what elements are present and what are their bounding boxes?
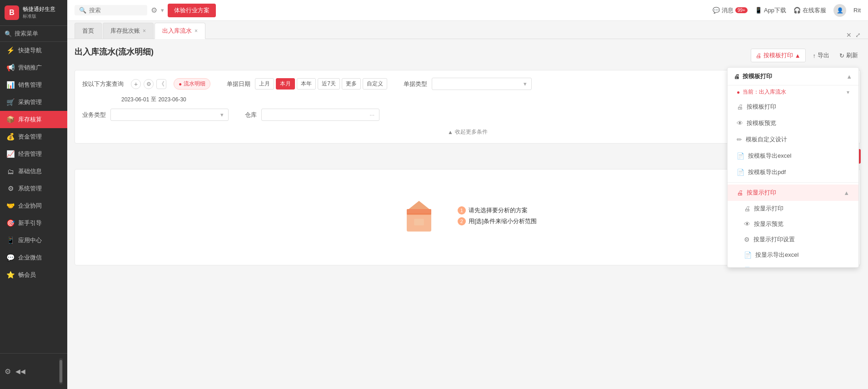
sidebar-search[interactable]: 🔍 搜索菜单	[0, 26, 67, 42]
sidebar-item-marketing[interactable]: 📢 营销推广	[0, 59, 67, 76]
dropdown-collapse-arrow[interactable]: ▲	[846, 73, 852, 80]
sidebar-item-member[interactable]: ⭐ 畅会员	[0, 266, 67, 284]
warehouse-input[interactable]: ···	[261, 109, 379, 121]
tab-home[interactable]: 首页	[75, 23, 102, 39]
doc-type-select[interactable]: ▾	[432, 78, 532, 90]
current-expand-arrow[interactable]: ▾	[847, 89, 849, 95]
tab-batch-account[interactable]: 库存批次账 ×	[103, 23, 154, 39]
display-pdf-label: 按显示导出pdf	[755, 266, 793, 267]
marketing-icon: 📢	[6, 64, 15, 72]
sidebar-header: B 畅捷通好生意 标准版	[0, 0, 67, 26]
export-label: 导出	[818, 51, 829, 60]
sidebar-search-label: 搜索菜单	[15, 30, 38, 38]
print-template-label: 按模板打印	[763, 51, 793, 60]
tab-bar: 首页 库存批次账 × 出入库流水 × ✕ ⤢	[67, 21, 868, 39]
dropdown-sub-display-excel[interactable]: 📄 按显示导出excel	[728, 247, 858, 263]
dropdown-item-template-excel[interactable]: 📄 按模板导出excel	[728, 148, 858, 164]
sidebar-item-operation[interactable]: 📈 经营管理	[0, 145, 67, 163]
tab-batch-account-close[interactable]: ×	[143, 28, 146, 34]
dropdown-item-template-preview[interactable]: 👁 按模板预览	[728, 115, 858, 131]
window-expand-button[interactable]: ⤢	[855, 31, 861, 39]
dropdown-item-display-section[interactable]: 🖨 按显示打印 ▲	[728, 185, 858, 201]
template-print-icon: 🖨	[737, 103, 743, 110]
settings-icon[interactable]: ⚙	[5, 367, 11, 376]
search-icon: 🔍	[5, 30, 12, 37]
sidebar-item-appstore[interactable]: 📱 应用中心	[0, 232, 67, 249]
date-btn-more[interactable]: 更多	[342, 78, 361, 90]
template-pdf-icon: 📄	[737, 169, 744, 176]
page-title: 出入库流水(流水明细)	[75, 46, 154, 57]
member-icon: ⭐	[6, 271, 15, 279]
date-to: 2023-06-30	[158, 96, 186, 103]
sidebar-item-purchase[interactable]: 🛒 采购管理	[0, 94, 67, 111]
topbar-search-box[interactable]: 🔍	[75, 5, 147, 15]
finance-icon: 💰	[6, 133, 15, 141]
sidebar-item-finance[interactable]: 💰 资金管理	[0, 128, 67, 145]
export-button[interactable]: ↑ 导出	[810, 50, 833, 61]
topbar-search-input[interactable]	[89, 7, 135, 14]
sidebar-item-label: 采购管理	[18, 98, 42, 106]
sidebar-item-wechat[interactable]: 💬 企业微信	[0, 249, 67, 266]
collapse-sidebar-icon[interactable]: ◀◀	[15, 368, 25, 375]
date-btn-custom[interactable]: 自定义	[363, 78, 387, 90]
username-label[interactable]: Rit	[853, 7, 861, 14]
display-preview-icon: 👁	[744, 220, 750, 228]
filter-add-button[interactable]: +	[131, 79, 141, 89]
template-print-label: 按模板打印	[747, 103, 776, 111]
topbar-right: 💬 消息 99+ 📱 App下载 🎧 在线客服 👤 Rit	[713, 4, 861, 17]
dropdown-item-template-print[interactable]: 🖨 按模板打印	[728, 99, 858, 115]
empty-steps: 1 请先选择要分析的方案 2 用[选]条件来缩小分析范围	[458, 206, 537, 228]
app-download-button[interactable]: 📱 App下载	[755, 6, 786, 15]
filter-collapse-button[interactable]: 《	[156, 79, 166, 89]
topbar-gear-icon[interactable]: ⚙	[151, 6, 157, 15]
topbar-dropdown-icon[interactable]: ▾	[161, 7, 164, 14]
app-icon: 📱	[755, 7, 762, 14]
user-avatar[interactable]: 👤	[833, 4, 846, 17]
sidebar-item-inventory[interactable]: 📦 库存核算	[0, 111, 67, 128]
window-close-button[interactable]: ✕	[846, 31, 852, 39]
app-subtitle: 标准版	[23, 13, 55, 20]
dropdown-sub-display-preview[interactable]: 👁 按显示预览	[728, 216, 858, 232]
sidebar-item-label: 企业微信	[18, 254, 42, 262]
sidebar: B 畅捷通好生意 标准版 🔍 搜索菜单 ⚡ 快捷导航 📢 营销推广 📊 销售管理…	[0, 0, 67, 389]
biz-type-select[interactable]: ▾	[110, 109, 229, 121]
display-print-icon: 🖨	[744, 205, 750, 212]
date-btn-this-year[interactable]: 本年	[297, 78, 316, 90]
collapse-more-btn[interactable]: ▲ 收起更多条件	[448, 128, 488, 136]
dropdown-item-template-custom[interactable]: ✏ 模板自定义设计	[728, 131, 858, 148]
tab-flow-label: 出入库流水	[162, 27, 192, 35]
filter-setting-button[interactable]: ⚙	[144, 79, 154, 89]
empty-step-1: 1 请先选择要分析的方案	[458, 206, 537, 214]
date-btn-last-month[interactable]: 上月	[255, 78, 274, 90]
dropdown-sub-display-print[interactable]: 🖨 按显示打印	[728, 201, 858, 216]
content-toolbar: 🖨 按模板打印 ▲ ↑ 导出 ↻ 刷新	[751, 49, 861, 62]
sidebar-item-basic[interactable]: 🗂 基础信息	[0, 163, 67, 180]
tab-flow-close[interactable]: ×	[195, 28, 198, 34]
basic-icon: 🗂	[6, 168, 15, 175]
sidebar-item-system[interactable]: ⚙ 系统管理	[0, 180, 67, 197]
sidebar-item-sales[interactable]: 📊 销售管理	[0, 76, 67, 94]
template-custom-icon: ✏	[737, 136, 742, 143]
print-template-button[interactable]: 🖨 按模板打印 ▲	[751, 49, 806, 62]
display-section-label-group: 按显示打印 ▲	[747, 189, 849, 197]
sidebar-item-guide[interactable]: 🎯 新手引导	[0, 214, 67, 232]
operation-icon: 📈	[6, 150, 15, 158]
dropdown-sub-display-pdf[interactable]: 📄 按显示导出pdf	[728, 263, 858, 267]
online-service-button[interactable]: 🎧 在线客服	[793, 6, 826, 15]
dropdown-sub-display-setting[interactable]: ⚙ 按显示打印设置	[728, 232, 858, 247]
tag-icon: ●	[179, 81, 182, 87]
date-btn-this-month[interactable]: 本月	[276, 78, 295, 90]
dropdown-item-template-pdf[interactable]: 📄 按模板导出pdf	[728, 164, 858, 180]
warehouse-more-icon: ···	[369, 111, 374, 118]
display-pdf-icon: 📄	[744, 267, 752, 267]
sidebar-item-quick-nav[interactable]: ⚡ 快捷导航	[0, 42, 67, 59]
sidebar-item-label: 库存核算	[18, 115, 42, 124]
tab-flow[interactable]: 出入库流水 ×	[155, 23, 205, 39]
notice-button[interactable]: 💬 消息 99+	[713, 6, 748, 15]
refresh-button[interactable]: ↻ 刷新	[837, 50, 861, 61]
sidebar-item-corp[interactable]: 🤝 企业协同	[0, 197, 67, 214]
trial-button[interactable]: 体验行业方案	[168, 4, 216, 17]
date-btn-7days[interactable]: 近7天	[318, 78, 340, 90]
filter-tag-liushui[interactable]: ● 流水明细	[174, 78, 210, 90]
collapse-label: 收起更多条件	[455, 128, 488, 136]
